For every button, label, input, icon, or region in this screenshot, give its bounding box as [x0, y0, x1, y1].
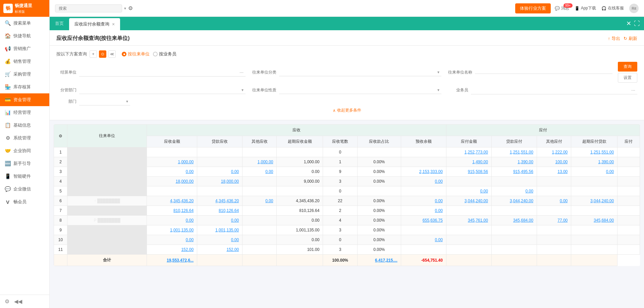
tab-receivable-query[interactable]: 应收应付余额查询 ×	[69, 18, 120, 30]
radio-by-partner	[122, 52, 126, 56]
topbar-search-input[interactable]	[55, 4, 122, 12]
salesman-label: 业务员	[448, 87, 468, 93]
wechat-icon: 💬	[5, 186, 11, 192]
sidebar-logo: 畅 畅捷通里 标准版	[0, 0, 49, 17]
unit-nature-chevron-icon[interactable]: ▾	[437, 88, 439, 92]
settlement-unit-input[interactable]: ···	[79, 68, 246, 77]
user-avatar[interactable]: Rit	[629, 4, 639, 13]
collapse-more-bar[interactable]: ∧ 收起更多条件	[56, 105, 637, 115]
sidebar-item-hardware[interactable]: 📱 智能硬件	[0, 170, 49, 183]
scheme-option-by-salesman[interactable]: 按业务员	[153, 51, 176, 57]
tab-fullscreen-button[interactable]: ⛶	[634, 20, 640, 27]
page-title: 应收应付余额查询(按往来单位)	[56, 35, 130, 42]
promo-button[interactable]: 体验行业方案	[515, 3, 551, 13]
topbar: ▾ ⚙ 体验行业方案 💬 消息 99+ 📱 App下载 🎧 在线客服	[50, 0, 644, 17]
table-row: 4████████18,000.0018,000.009,000.0030.00…	[54, 177, 640, 186]
col-ap-extra: 应付	[618, 136, 640, 147]
logo-icon: 畅	[3, 4, 13, 13]
purchase-icon: 🛒	[5, 71, 11, 77]
unit-category-chevron-icon[interactable]: ▾	[437, 70, 439, 75]
dept-mgr-input[interactable]: ▾	[79, 86, 246, 94]
query-button[interactable]: 查询	[618, 62, 637, 72]
unit-nature-field: 往来单位性质 ▾	[252, 86, 441, 94]
sidebar-item-sales[interactable]: 💰 销售管理	[0, 55, 49, 68]
col-settings-header[interactable]: ⚙	[54, 125, 67, 147]
sidebar-item-capital[interactable]: 💳 资金管理	[0, 93, 49, 106]
unit-category-label: 往来单位分类	[252, 70, 276, 75]
table-row: 7████████810,126.64810,126.64810,126.642…	[54, 206, 640, 216]
topbar-gear-icon[interactable]: ⚙	[128, 5, 133, 11]
hardware-icon: 📱	[5, 173, 11, 179]
unit-category-input[interactable]: ▾	[279, 69, 441, 76]
sidebar-item-search[interactable]: 🔍 搜索菜单	[0, 17, 49, 30]
sales-icon: 💰	[5, 58, 11, 64]
partner-cell: ████████	[67, 235, 147, 245]
partner-cell: ████████	[67, 225, 147, 235]
scheme-edit-button[interactable]: ⊙	[99, 50, 106, 58]
export-button[interactable]: ↑ 导出	[608, 36, 621, 42]
basic-icon: 📋	[5, 122, 11, 128]
search-icon: 🔍	[5, 20, 11, 26]
table-row: 2████████1,000.001,000.001,000.0010.00%1…	[54, 157, 640, 167]
member-icon: V	[5, 199, 11, 205]
unit-name-input[interactable]	[475, 71, 612, 74]
topbar-right: 💬 消息 99+ 📱 App下载 🎧 在线客服 Rit	[555, 4, 639, 13]
message-badge: 99+	[564, 3, 573, 8]
tab-close-icon[interactable]: ×	[112, 21, 115, 27]
dept-mgr-field: 分管部门 ▾	[56, 86, 246, 94]
enterprise-icon: 🤝	[5, 148, 11, 154]
sidebar-settings-icon[interactable]: ⚙	[5, 298, 9, 305]
footer-ar-prepaid[interactable]: 6,417,215....	[357, 255, 401, 266]
scheme-collapse-button[interactable]: ≪	[108, 50, 116, 58]
sidebar-item-guide[interactable]: 🆕 新手引导	[0, 157, 49, 170]
settlement-dots-icon[interactable]: ···	[239, 70, 244, 75]
sidebar-item-basic[interactable]: 📋 基础信息	[0, 119, 49, 132]
inventory-icon: 🏪	[5, 84, 11, 90]
operations-icon: 📊	[5, 109, 11, 116]
sidebar-item-operations[interactable]: 📊 经营管理	[0, 106, 49, 119]
salesman-dots-icon[interactable]: ···	[631, 87, 635, 93]
dept-label: 部门	[56, 99, 76, 104]
sidebar-item-quicknav[interactable]: 🏠 快捷导航	[0, 30, 49, 42]
sidebar-item-enterprise[interactable]: 🤝 企业协同	[0, 144, 49, 157]
sidebar-item-member[interactable]: V 畅会员	[0, 195, 49, 208]
sidebar-item-purchase[interactable]: 🛒 采购管理	[0, 68, 49, 81]
settlement-unit-field: 结算单位 ···	[56, 68, 246, 77]
table-wrapper[interactable]: ⚙ 往来单位 应收 应付	[54, 124, 640, 266]
table-row: 1████████01,252,773.001,251,551.001,222.…	[54, 147, 640, 157]
dept-mgr-chevron-icon[interactable]: ▾	[241, 88, 244, 92]
dept-chevron-icon[interactable]: ▾	[126, 99, 128, 104]
unit-nature-input[interactable]: ▾	[279, 86, 441, 94]
tab-close-window-button[interactable]: ✕	[626, 20, 631, 27]
sidebar-item-system[interactable]: ⚙ 系统管理	[0, 132, 49, 144]
tabbar-actions: ✕ ⛶	[626, 20, 644, 27]
data-table: ⚙ 往来单位 应收 应付	[54, 124, 640, 266]
salesman-input[interactable]: ···	[471, 86, 637, 94]
message-button[interactable]: 💬 消息 99+	[555, 5, 569, 11]
sidebar-footer: ⚙ ◀◀	[0, 295, 49, 308]
scheme-add-button[interactable]: +	[90, 50, 97, 58]
dept-input[interactable]: ▾	[79, 98, 130, 105]
refresh-icon: ↻	[624, 36, 627, 41]
settings-button[interactable]: 设置	[618, 73, 637, 83]
sidebar-item-inventory[interactable]: 🏪 库存核算	[0, 81, 49, 93]
sidebar-collapse-icon[interactable]: ◀◀	[14, 298, 22, 305]
refresh-button[interactable]: ↻ 刷新	[624, 36, 637, 42]
guide-icon: 🆕	[5, 161, 11, 167]
col-ap-overdue: 超期应付贷款	[571, 136, 618, 147]
table-row: 6↑ ████████4,345,436.204,345,436.200.004…	[54, 196, 640, 206]
topbar-dropdown-icon[interactable]: ▾	[124, 6, 126, 11]
table-settings-icon[interactable]: ⚙	[59, 134, 62, 138]
app-download-button[interactable]: 📱 App下载	[575, 5, 596, 11]
scheme-option-by-partner[interactable]: 按往来单位	[122, 51, 150, 57]
page-header-actions: ↑ 导出 ↻ 刷新	[608, 36, 638, 42]
sidebar-item-wechat[interactable]: 💬 企业微信	[0, 183, 49, 195]
col-payable-group-header: 应付	[446, 125, 640, 136]
online-service-button[interactable]: 🎧 在线客服	[601, 5, 624, 11]
filter-area: 按以下方案查询 + ⊙ ≪ 按往来单位	[50, 46, 644, 120]
col-partner-header: 往来单位	[67, 125, 147, 147]
footer-ar-total[interactable]: 19,553,472,6...	[147, 255, 197, 266]
sidebar-item-marketing[interactable]: 📢 营销推广	[0, 42, 49, 55]
tab-home[interactable]: 首页	[50, 17, 69, 30]
marketing-icon: 📢	[5, 46, 11, 52]
